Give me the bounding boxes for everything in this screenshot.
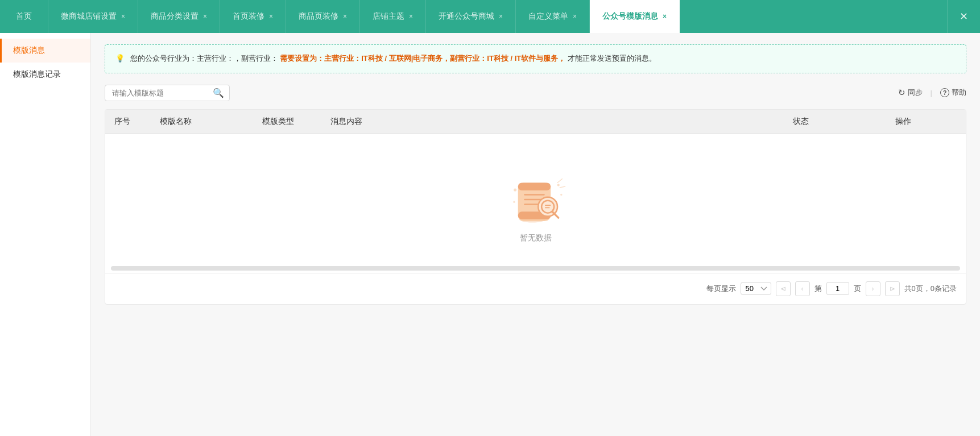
page-size-select[interactable]: 50 10 20 100 [741, 282, 771, 295]
sync-button[interactable]: ↻ 同步 [898, 88, 923, 98]
empty-text: 暂无数据 [520, 233, 552, 243]
svg-point-13 [557, 184, 559, 186]
last-page-button[interactable]: ⊳ [885, 281, 900, 296]
bulb-icon: 💡 [115, 54, 125, 63]
topbar-tab-3[interactable]: 首页装修× [220, 0, 286, 33]
prev-page-button[interactable]: ‹ [795, 281, 810, 296]
sidebar: 模版消息模版消息记录 [0, 33, 91, 436]
tab-close-icon[interactable]: × [121, 13, 125, 20]
next-page-button[interactable]: › [866, 281, 880, 296]
notice-box: 💡 您的公众号行业为：主营行业：，副营行业： 需要设置为：主营行业：IT科技 /… [105, 44, 966, 73]
svg-point-14 [560, 194, 562, 196]
total-info: 共0页，0条记录 [904, 284, 957, 294]
topbar-tab-8[interactable]: 公众号模版消息× [590, 0, 680, 33]
col-type: 模版类型 [253, 110, 321, 134]
horizontal-scrollbar[interactable] [111, 266, 960, 271]
page-input[interactable] [826, 282, 849, 295]
topbar: 首页微商城店铺设置×商品分类设置×首页装修×商品页装修×店铺主题×开通公众号商城… [0, 0, 980, 33]
tab-label: 首页装修 [233, 11, 264, 22]
notice-suffix: 才能正常发送预置的消息。 [568, 54, 656, 63]
tab-close-icon[interactable]: × [573, 13, 577, 20]
toolbar-divider: | [931, 89, 932, 97]
sync-icon: ↻ [898, 88, 905, 98]
sidebar-item-1[interactable]: 模版消息记录 [0, 63, 90, 86]
close-all-button[interactable]: ✕ [947, 0, 980, 33]
svg-line-17 [560, 186, 565, 188]
topbar-tab-1[interactable]: 微商城店铺设置× [48, 0, 138, 33]
notice-prefix: 您的公众号行业为：主营行业：，副营行业： [130, 54, 278, 63]
topbar-tab-4[interactable]: 商品页装修× [286, 0, 360, 33]
tab-close-icon[interactable]: × [343, 13, 347, 20]
col-name: 模版名称 [151, 110, 253, 134]
tab-label: 商品分类设置 [151, 11, 199, 22]
col-action: 操作 [886, 110, 966, 134]
topbar-tab-0[interactable]: 首页 [0, 0, 48, 33]
page-suffix: 页 [854, 284, 861, 294]
sync-label: 同步 [908, 88, 923, 98]
col-status: 状态 [784, 110, 886, 134]
data-table: 序号 模版名称 模版类型 消息内容 状态 操作 [105, 109, 966, 305]
tab-close-icon[interactable]: × [203, 13, 207, 20]
page-label: 第 [814, 284, 822, 294]
tab-close-icon[interactable]: × [409, 13, 413, 20]
col-index: 序号 [105, 110, 151, 134]
first-page-button[interactable]: ⊲ [776, 281, 791, 296]
tab-label: 微商城店铺设置 [61, 11, 117, 22]
tab-label: 公众号模版消息 [602, 11, 658, 22]
help-icon: ? [940, 88, 949, 97]
pagination: 每页显示 50 10 20 100 ⊲ ‹ 第 页 › ⊳ 共0页，0条记录 [105, 273, 966, 304]
empty-illustration [505, 168, 567, 231]
tab-label: 自定义菜单 [528, 11, 568, 22]
search-input[interactable] [105, 85, 230, 101]
help-button[interactable]: ? 帮助 [940, 88, 966, 98]
svg-line-16 [557, 178, 562, 182]
tab-label: 店铺主题 [373, 11, 404, 22]
main-content: 💡 您的公众号行业为：主营行业：，副营行业： 需要设置为：主营行业：IT科技 /… [91, 33, 980, 436]
search-button[interactable]: 🔍 [213, 88, 224, 98]
page-size-label: 每页显示 [706, 284, 736, 294]
search-bar: 🔍 ↻ 同步 | ? 帮助 [105, 85, 966, 101]
topbar-tab-2[interactable]: 商品分类设置× [138, 0, 220, 33]
tab-label: 开通公众号商城 [439, 11, 494, 22]
topbar-tab-7[interactable]: 自定义菜单× [516, 0, 590, 33]
col-content: 消息内容 [321, 110, 784, 134]
svg-point-15 [513, 201, 515, 202]
sidebar-item-0[interactable]: 模版消息 [0, 39, 90, 63]
tab-close-icon[interactable]: × [499, 13, 503, 20]
tab-label: 首页 [16, 11, 32, 22]
tab-label: 商品页装修 [299, 11, 338, 22]
table-header: 序号 模版名称 模版类型 消息内容 状态 操作 [105, 110, 966, 134]
notice-highlight: 需要设置为：主营行业：IT科技 / 互联网|电子商务，副营行业：IT科技 / I… [280, 54, 565, 63]
tab-close-icon[interactable]: × [269, 13, 273, 20]
help-label: 帮助 [952, 88, 966, 98]
svg-rect-2 [518, 182, 551, 190]
main-layout: 模版消息模版消息记录 💡 您的公众号行业为：主营行业：，副营行业： 需要设置为：… [0, 33, 980, 436]
empty-state: 暂无数据 [105, 134, 966, 266]
svg-point-12 [514, 188, 516, 191]
toolbar-right: ↻ 同步 | ? 帮助 [898, 88, 966, 98]
search-input-wrap: 🔍 [105, 85, 230, 101]
tab-close-icon[interactable]: × [663, 13, 667, 20]
topbar-tab-6[interactable]: 开通公众号商城× [426, 0, 516, 33]
topbar-tab-5[interactable]: 店铺主题× [360, 0, 426, 33]
